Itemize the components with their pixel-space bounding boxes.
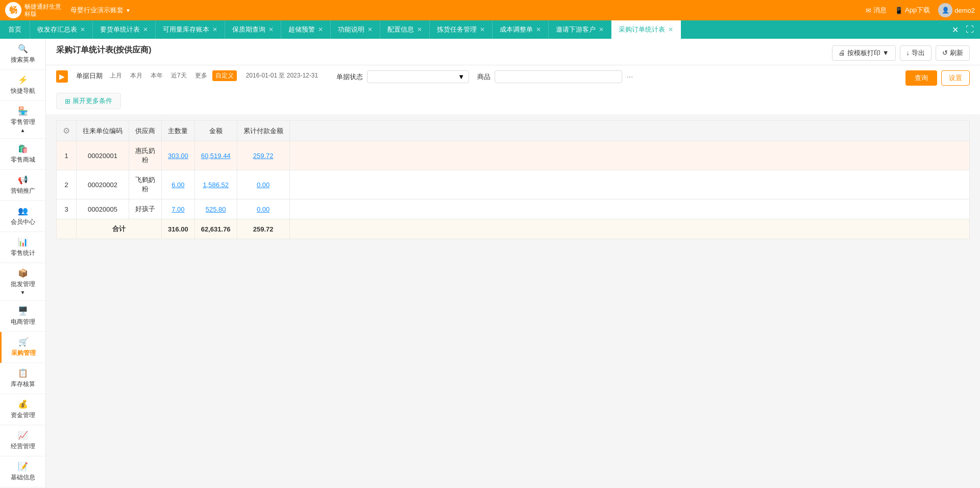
user-btn[interactable]: 👤 demo2 [938, 3, 975, 17]
sidebar-item-member[interactable]: 👥 会员中心 [0, 201, 45, 232]
tab-warranty-query[interactable]: 保质期查询 ✕ [225, 20, 281, 39]
qty-link[interactable]: 6.00 [172, 181, 184, 189]
tab-close-icon[interactable]: ✕ [668, 26, 673, 33]
date-this-month-btn[interactable]: 本月 [127, 70, 145, 81]
sidebar-item-marketing[interactable]: 📢 营销推广 [0, 170, 45, 201]
export-btn[interactable]: ↓ 导出 [900, 45, 932, 61]
logo-symbol: 畅 [9, 5, 17, 16]
setting-btn[interactable]: 设置 [941, 70, 970, 86]
filter-group-date: 单据日期 上月 本月 本年 近7天 更多 自定义 [76, 70, 237, 81]
retail-stats-icon: 📊 [18, 237, 28, 247]
print-btn[interactable]: 🖨 按模板打印 ▼ [832, 45, 896, 61]
table-header-row: ⚙ 往来单位编码 供应商 主数量 金额 累计付款金额 [57, 121, 970, 141]
tab-close-icon[interactable]: ✕ [368, 26, 373, 33]
sidebar-item-inventory[interactable]: 📋 库存核算 [0, 363, 45, 394]
date-custom-badge[interactable]: 自定义 [212, 70, 237, 81]
sidebar-item-basic-info[interactable]: 📝 基础信息 [0, 456, 45, 487]
ecommerce-icon: 🖥️ [18, 306, 28, 316]
col-amount: 金额 [194, 121, 237, 141]
tab-close-icon[interactable]: ✕ [417, 26, 422, 33]
sidebar-item-quick-nav[interactable]: ⚡ 快捷导航 [0, 70, 45, 101]
date-last-7days-btn[interactable]: 近7天 [168, 70, 190, 81]
paid-link[interactable]: 259.72 [253, 152, 274, 160]
tab-close-icon[interactable]: ✕ [268, 26, 274, 33]
tab-close-icon[interactable]: ✕ [536, 26, 541, 33]
row-paid: 0.00 [237, 199, 289, 219]
tab-close-icon[interactable]: ✕ [80, 26, 85, 33]
goods-filter-label: 商品 [477, 72, 491, 82]
marketing-icon: 📢 [18, 175, 28, 185]
print-arrow-icon: ▼ [883, 49, 889, 57]
expand-more-btn[interactable]: ⊞ 展开更多条件 [56, 93, 121, 109]
tab-maximize-btn[interactable]: ⛶ [963, 23, 977, 36]
amount-link[interactable]: 525.80 [206, 206, 226, 213]
sidebar-item-finance[interactable]: 💰 资金管理 [0, 394, 45, 425]
app-download-btn[interactable]: 📱 App下载 [895, 6, 930, 15]
table-settings-icon[interactable]: ⚙ [63, 126, 70, 135]
account-dropdown[interactable]: 母婴行业演示账套 ▼ [70, 6, 131, 15]
tab-goods-stats[interactable]: 要货单统计表 ✕ [93, 20, 156, 39]
tab-pick-task[interactable]: 拣货任务管理 ✕ [430, 20, 493, 39]
sidebar-item-ecommerce[interactable]: 🖥️ 电商管理 [0, 301, 45, 332]
app-icon: 📱 [895, 7, 903, 14]
qty-link[interactable]: 7.00 [172, 206, 184, 213]
status-select[interactable]: ▼ [367, 70, 469, 83]
status-select-arrow: ▼ [458, 73, 464, 81]
tab-overstock-warning[interactable]: 超储预警 ✕ [281, 20, 331, 39]
sidebar-item-purchase[interactable]: 🛒 采购管理 [0, 332, 45, 363]
page-header-row: 采购订单统计表(按供应商) 🖨 按模板打印 ▼ ↓ 导出 ↺ 刷新 [56, 45, 970, 61]
tab-close-icon[interactable]: ✕ [143, 26, 148, 33]
date-filter-label: 单据日期 [76, 71, 103, 81]
data-table: ⚙ 往来单位编码 供应商 主数量 金额 累计付款金额 1 00020001 [56, 120, 970, 239]
tab-purchase-stats[interactable]: 采购订单统计表 ✕ [611, 20, 681, 39]
row-qty: 6.00 [162, 170, 195, 199]
top-bar-left: 畅 畅捷通好生意 标版 母婴行业演示账套 ▼ [5, 2, 131, 18]
sidebar-item-search[interactable]: 🔍 搜索英单 [0, 39, 45, 70]
paid-link[interactable]: 0.00 [257, 206, 270, 213]
date-this-year-btn[interactable]: 本年 [148, 70, 166, 81]
qty-link[interactable]: 303.00 [168, 152, 188, 160]
sidebar-item-retail-stats[interactable]: 📊 零售统计 [0, 232, 45, 263]
sidebar-item-retail-manage[interactable]: 🏪 零售管理 ▲ [0, 101, 45, 139]
tab-close-icon[interactable]: ✕ [318, 26, 323, 33]
goods-more-icon[interactable]: ··· [626, 72, 633, 82]
goods-input[interactable] [495, 70, 622, 83]
filter-section: ▶ 单据日期 上月 本月 本年 近7天 更多 自定义 2016-01-01 至 … [46, 65, 980, 114]
row-code: 00020005 [77, 199, 129, 219]
main-layout: 🔍 搜索英单 ⚡ 快捷导航 🏪 零售管理 ▲ 🛍️ 零售商城 📢 营销推广 👥 … [0, 39, 980, 488]
tab-close-all-btn[interactable]: ✕ [949, 23, 962, 37]
date-more-btn[interactable]: 更多 [192, 70, 210, 81]
tab-close-icon[interactable]: ✕ [212, 26, 217, 33]
amount-link[interactable]: 1,586.52 [203, 181, 229, 189]
filter-group-goods: 商品 ··· [477, 70, 633, 83]
sidebar-item-wholesale[interactable]: 📦 批发管理 ▼ [0, 263, 45, 301]
filter-expand-toggle[interactable]: ▶ [56, 70, 68, 83]
sum-empty1 [57, 219, 77, 239]
tab-func-desc[interactable]: 功能说明 ✕ [331, 20, 380, 39]
top-bar-right: ✉ 消息 📱 App下载 👤 demo2 [866, 3, 975, 17]
sidebar-item-retail-store[interactable]: 🛍️ 零售商城 [0, 139, 45, 170]
sidebar-item-ops[interactable]: 📈 经营管理 [0, 425, 45, 456]
paid-link[interactable]: 0.00 [257, 181, 270, 189]
tab-available-stock[interactable]: 可用量库存账本 ✕ [156, 20, 225, 39]
tab-close-icon[interactable]: ✕ [599, 26, 604, 33]
query-btn[interactable]: 查询 [905, 70, 937, 86]
tab-config-info[interactable]: 配置信息 ✕ [380, 20, 430, 39]
sum-paid: 259.72 [237, 219, 289, 239]
date-last-month-btn[interactable]: 上月 [107, 70, 125, 81]
tab-invite-customer[interactable]: 邀请下游客户 ✕ [549, 20, 611, 39]
tabs-actions: ✕ ⛶ [949, 23, 980, 37]
tab-cost-adjust[interactable]: 成本调整单 ✕ [493, 20, 549, 39]
message-btn[interactable]: ✉ 消息 [866, 6, 887, 15]
tab-receive-summary[interactable]: 收发存汇总表 ✕ [30, 20, 93, 39]
table-row: 3 00020005 好孩子 7.00 525.80 0.00 [57, 199, 970, 219]
tab-close-icon[interactable]: ✕ [480, 26, 485, 33]
export-icon: ↓ [906, 49, 910, 57]
refresh-btn[interactable]: ↺ 刷新 [936, 45, 970, 61]
amount-link[interactable]: 60,519.44 [201, 152, 231, 160]
row-supplier: 飞鹤奶粉 [129, 170, 162, 199]
ops-icon: 📈 [18, 430, 28, 440]
tab-home[interactable]: 首页 [0, 20, 30, 39]
page-title: 采购订单统计表(按供应商) [56, 45, 152, 56]
page-header: 采购订单统计表(按供应商) 🖨 按模板打印 ▼ ↓ 导出 ↺ 刷新 [46, 39, 980, 65]
